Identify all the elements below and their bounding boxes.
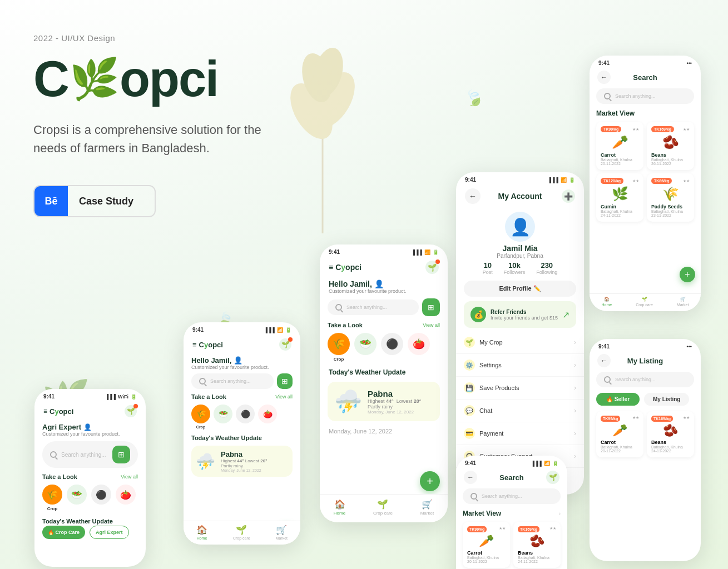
my-listing-tab[interactable]: My Listing [644, 393, 689, 406]
case-study-button[interactable]: Bē Case Study [33, 185, 156, 217]
beans-listing: Beans [651, 440, 690, 445]
behance-icon[interactable]: Bē [34, 186, 68, 216]
seller-tab[interactable]: 🔥 Seller [596, 393, 640, 406]
account-title: My Account [498, 192, 542, 201]
tagline: Cropsi is a comprehensive solution for t… [33, 121, 289, 157]
logo-container: C 🌿 opci [33, 54, 345, 104]
search-title-bottom: Search [499, 473, 523, 482]
agri-expert-tab[interactable]: Agri Expert [90, 526, 129, 539]
listing-title: My Listing [627, 357, 663, 365]
phone-home-large: 9:41 ▐▐▐📶🔋 ≡ Cyopci 🌱 Hello Jamil, 👤 Cus… [320, 244, 448, 522]
phone-my-account: 9:41 ▐▐▐📶🔋 ← My Account ➕ 👤 Jamil Mia Pa… [456, 172, 584, 495]
phone-search-bottom: 9:41 ▐▐▐📶🔋 ← Search 🌱 Search anything...… [456, 456, 567, 569]
beans-product-top: Beans [651, 152, 690, 158]
year-label: 2022 - UI/UX Design [33, 33, 345, 43]
phone-my-listing: 9:41 ••• ← My Listing Search anything...… [590, 339, 701, 561]
beans-product-bottom: Beans [518, 550, 556, 556]
phone-home-small: 9:41 ▐▐▐📶🔋 ≡ Cyopci 🌱 Hello Jamil, 👤 Cus… [184, 322, 300, 545]
crop-care-tab[interactable]: 🔥 Crop Care [42, 526, 85, 539]
search-title-top: Search [633, 73, 657, 82]
case-study-label: Case Study [68, 196, 145, 207]
phone-search-top: 9:41 ••• ← Search Search anything... Mar… [590, 56, 701, 311]
phone-agri-expert: 9:41 ▐▐▐WiFi🔋 ≡ Cyopci 🌱 Agri Expert 👤 C… [34, 389, 146, 567]
